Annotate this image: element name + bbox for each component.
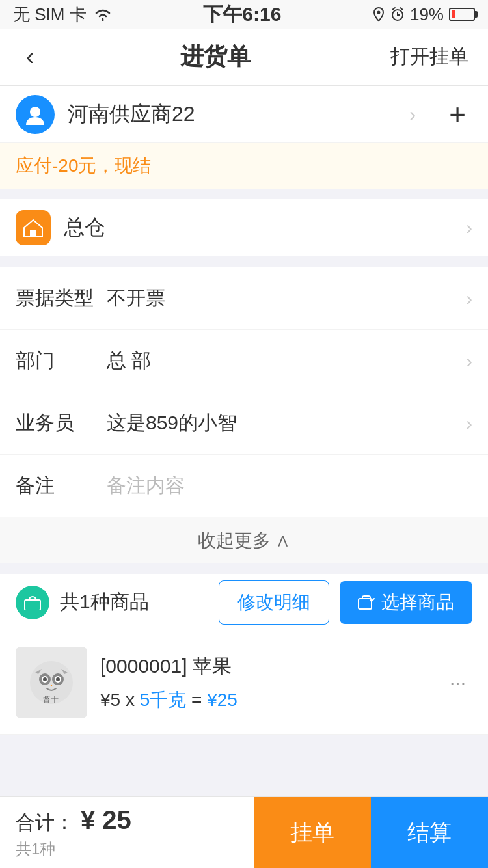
svg-point-2: [30, 107, 40, 117]
alert-banner: 应付-20元，现结: [0, 143, 488, 189]
select-icon: [358, 595, 375, 610]
alarm-icon: [390, 7, 405, 22]
svg-point-11: [43, 677, 47, 681]
supplier-avatar: [16, 95, 55, 134]
form-row-remark[interactable]: 备注 备注内容: [0, 454, 488, 517]
battery-icon: [449, 8, 475, 21]
product-section: 共1种商品 修改明细 选择商品: [0, 574, 488, 735]
form-row-salesperson[interactable]: 业务员 这是859的小智 ›: [0, 392, 488, 454]
collapse-row[interactable]: 收起更多 ∧: [0, 517, 488, 563]
total-amount: ¥ 25: [81, 806, 131, 835]
page-title: 进货单: [180, 41, 251, 73]
product-more-button[interactable]: ···: [443, 665, 472, 700]
salesperson-chevron-icon: ›: [466, 413, 472, 435]
nav-bar: ‹ 进货单 打开挂单: [0, 29, 488, 86]
quantity-text: 5千克: [140, 690, 187, 710]
remark-placeholder: 备注内容: [107, 472, 472, 499]
divider: [429, 98, 429, 131]
warehouse-card[interactable]: 总仓 ›: [0, 199, 488, 256]
salesperson-value: 这是859的小智: [107, 410, 466, 437]
product-info: [0000001] 苹果 ¥5 x 5千克 = ¥25: [100, 653, 443, 712]
hold-order-label: 挂单: [290, 818, 334, 848]
svg-rect-3: [30, 230, 36, 237]
select-product-button[interactable]: 选择商品: [340, 581, 472, 624]
svg-text:督十: 督十: [43, 695, 59, 704]
svg-point-0: [377, 11, 380, 14]
supplier-name: 河南供应商22: [68, 100, 409, 129]
hold-order-button[interactable]: 挂单: [254, 797, 371, 869]
shopping-bag-icon: [23, 595, 42, 610]
content: 河南供应商22 › + 应付-20元，现结 总仓 › 票据类型 不开票 ›: [0, 86, 488, 823]
battery-percent: 19%: [410, 5, 444, 25]
product-thumbnail: 督十: [16, 647, 87, 718]
back-button[interactable]: ‹: [20, 36, 41, 77]
collapse-label: 收起更多 ∧: [198, 528, 291, 553]
bottom-bar: 合计： ¥ 25 共1种 挂单 结算: [0, 796, 488, 868]
equals-text: =: [186, 690, 207, 710]
location-icon: [372, 7, 385, 22]
form-row-department[interactable]: 部门 总 部 ›: [0, 329, 488, 392]
status-time: 下午6:16: [203, 1, 281, 28]
supplier-row[interactable]: 河南供应商22 › +: [0, 86, 488, 143]
warehouse-icon: [16, 210, 51, 245]
total-row: 合计： ¥ 25: [16, 806, 238, 836]
open-hold-button[interactable]: 打开挂单: [390, 44, 468, 70]
total-text: ¥25: [207, 690, 237, 710]
alert-text: 应付-20元，现结: [16, 156, 151, 176]
department-label: 部门: [16, 347, 107, 374]
total-section: 合计： ¥ 25 共1种: [0, 806, 254, 860]
svg-rect-5: [359, 599, 372, 609]
user-icon: [23, 103, 47, 126]
svg-rect-4: [25, 600, 40, 610]
status-bar: 无 SIM 卡 下午6:16 19%: [0, 0, 488, 29]
remark-label: 备注: [16, 472, 107, 499]
add-supplier-button[interactable]: +: [442, 92, 472, 137]
wifi-icon: [93, 7, 113, 21]
form-row-invoice-type[interactable]: 票据类型 不开票 ›: [0, 267, 488, 329]
cart-icon: [16, 586, 49, 619]
select-btn-label: 选择商品: [381, 590, 454, 615]
form-card: 票据类型 不开票 › 部门 总 部 › 业务员 这是859的小智 › 备注 备注…: [0, 267, 488, 563]
invoice-type-chevron-icon: ›: [466, 288, 472, 310]
invoice-type-value: 不开票: [107, 285, 466, 312]
owl-logo-icon: 督十: [29, 660, 74, 705]
checkout-button[interactable]: 结算: [371, 797, 488, 869]
product-header: 共1种商品 修改明细 选择商品: [0, 574, 488, 631]
edit-detail-button[interactable]: 修改明细: [219, 580, 329, 625]
price-text: ¥5 x: [100, 690, 140, 710]
checkout-label: 结算: [407, 818, 452, 848]
status-right: 19%: [372, 5, 475, 25]
total-label: 合计：: [16, 809, 74, 836]
warehouse-chevron-icon: ›: [466, 217, 472, 239]
svg-point-12: [56, 677, 60, 681]
department-chevron-icon: ›: [466, 350, 472, 372]
product-price: ¥5 x 5千克 = ¥25: [100, 688, 443, 712]
supplier-chevron-icon: ›: [409, 103, 416, 126]
carrier-label: 无 SIM 卡: [13, 3, 87, 26]
total-sub: 共1种: [16, 839, 238, 860]
department-value: 总 部: [107, 347, 466, 374]
invoice-type-label: 票据类型: [16, 285, 107, 312]
warehouse-name: 总仓: [64, 213, 466, 242]
status-left: 无 SIM 卡: [13, 3, 113, 26]
house-icon: [23, 219, 44, 237]
product-item: 督十 [0000001] 苹果 ¥5 x 5千克 = ¥25 ···: [0, 631, 488, 735]
product-count: 共1种商品: [60, 589, 219, 616]
product-name: [0000001] 苹果: [100, 653, 443, 680]
supplier-card: 河南供应商22 › + 应付-20元，现结: [0, 86, 488, 189]
salesperson-label: 业务员: [16, 410, 107, 437]
warehouse-row[interactable]: 总仓 ›: [0, 199, 488, 256]
